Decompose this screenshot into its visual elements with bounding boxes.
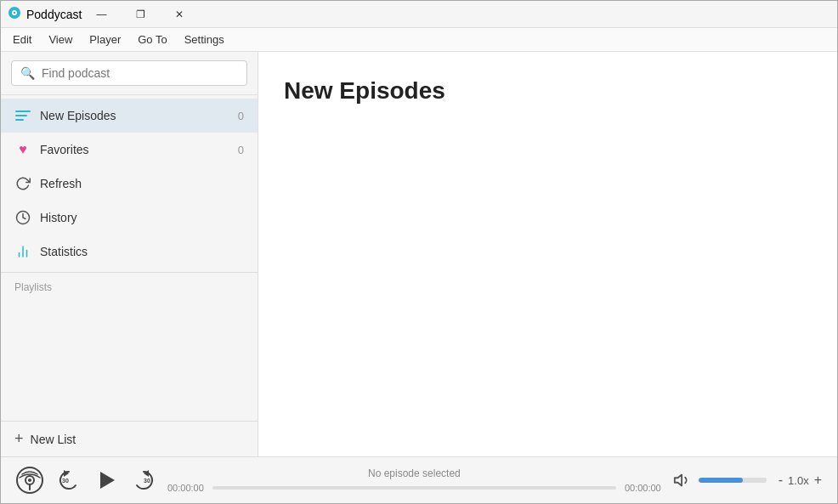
svg-point-9 (28, 479, 31, 482)
speed-minus-button[interactable]: - (777, 473, 784, 488)
progress-row: 00:00:00 00:00:00 (167, 483, 661, 493)
new-episodes-count: 0 (238, 110, 244, 122)
playlists-header: Playlists (1, 273, 258, 298)
progress-area: No episode selected 00:00:00 00:00:00 (167, 467, 661, 493)
playlists-content (1, 298, 258, 421)
menu-goto[interactable]: Go To (129, 30, 175, 49)
svg-text:30: 30 (62, 478, 69, 484)
content-area: New Episodes (258, 52, 837, 456)
sidebar: 🔍 New Episodes 0 ♥ Favori (1, 52, 258, 456)
refresh-label: Refresh (40, 177, 244, 190)
new-episodes-icon (14, 107, 31, 124)
svg-point-2 (14, 12, 15, 14)
volume-fill (699, 478, 743, 483)
skip-forward-button[interactable]: 30 (130, 467, 157, 494)
sidebar-item-history[interactable]: History (1, 201, 258, 235)
favorites-label: Favorites (40, 143, 229, 156)
episode-status: No episode selected (368, 467, 461, 479)
favorites-count: 0 (238, 144, 244, 156)
main-layout: 🔍 New Episodes 0 ♥ Favori (1, 52, 837, 456)
plus-icon: + (14, 430, 24, 448)
maximize-button[interactable]: ❐ (121, 1, 160, 28)
svg-marker-13 (675, 475, 682, 486)
speed-value: 1.0x (788, 474, 809, 487)
menu-player[interactable]: Player (81, 30, 129, 49)
svg-text:30: 30 (144, 478, 150, 484)
search-input[interactable] (42, 66, 238, 80)
speed-control: - 1.0x + (777, 473, 824, 488)
refresh-icon (14, 175, 31, 192)
search-icon: 🔍 (20, 66, 35, 80)
podcast-button[interactable] (14, 465, 45, 496)
title-bar-controls: — ❐ ✕ (82, 1, 199, 28)
time-end: 00:00:00 (623, 483, 661, 493)
play-button[interactable] (93, 467, 120, 494)
time-start: 00:00:00 (167, 483, 206, 493)
sidebar-item-new-episodes[interactable]: New Episodes 0 (1, 99, 258, 133)
search-container: 🔍 (1, 52, 258, 95)
menu-bar: Edit View Player Go To Settings (1, 28, 837, 52)
menu-view[interactable]: View (40, 30, 81, 49)
sidebar-item-favorites[interactable]: ♥ Favorites 0 (1, 133, 258, 167)
sidebar-item-statistics[interactable]: Statistics (1, 235, 258, 269)
history-label: History (40, 211, 244, 224)
title-bar: Poddycast — ❐ ✕ (1, 1, 837, 28)
favorites-icon: ♥ (14, 141, 31, 158)
menu-settings[interactable]: Settings (176, 30, 233, 49)
close-button[interactable]: ✕ (160, 1, 199, 28)
history-icon (14, 209, 31, 226)
playlists-section: Playlists (1, 272, 258, 421)
sidebar-item-refresh[interactable]: Refresh (1, 167, 258, 201)
new-list-button[interactable]: + New List (1, 421, 258, 456)
volume-area (671, 469, 767, 491)
nav-items: New Episodes 0 ♥ Favorites 0 R (1, 95, 258, 272)
app-icon (8, 6, 21, 22)
statistics-icon (14, 243, 31, 260)
progress-track[interactable] (212, 486, 616, 490)
menu-edit[interactable]: Edit (4, 30, 40, 49)
new-episodes-label: New Episodes (40, 109, 229, 122)
minimize-button[interactable]: — (82, 1, 121, 28)
skip-back-button[interactable]: 30 (55, 467, 82, 494)
svg-marker-11 (100, 472, 115, 489)
app-title: Poddycast (26, 8, 82, 21)
volume-button[interactable] (671, 469, 694, 491)
search-box: 🔍 (11, 60, 247, 86)
volume-bar[interactable] (699, 478, 767, 483)
speed-plus-button[interactable]: + (813, 473, 824, 488)
page-title: New Episodes (284, 77, 812, 105)
statistics-label: Statistics (40, 245, 244, 258)
new-list-label: New List (31, 433, 76, 446)
player-bar: 30 30 No episode selected 00:00:00 00:00… (1, 456, 837, 503)
